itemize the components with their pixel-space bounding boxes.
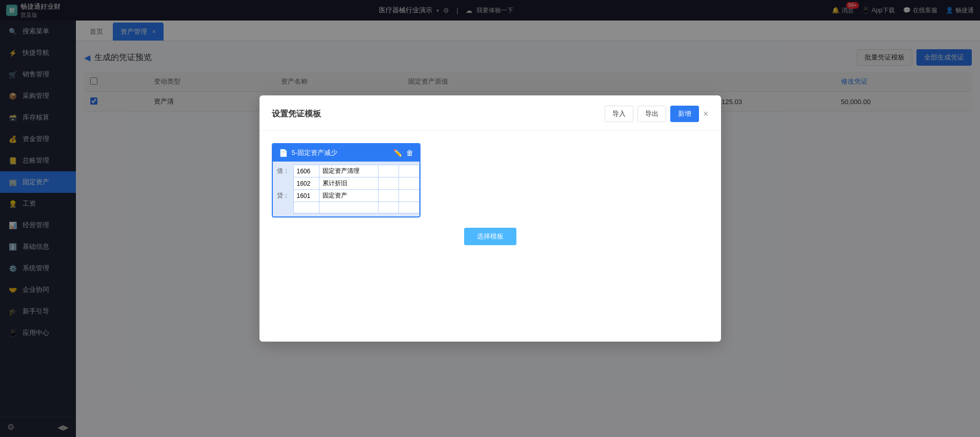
modal-actions: 导入 导出 新增: [605, 106, 699, 122]
template-card-header: 📄 5-固定资产减少 ✏️ 🗑: [273, 144, 419, 162]
template-card[interactable]: 📄 5-固定资产减少 ✏️ 🗑 借：: [272, 143, 421, 217]
voucher-template-modal: 设置凭证模板 导入 导出 新增 × 📄 5-固定资产减少: [259, 95, 721, 342]
select-template-section: 选择模板: [272, 228, 709, 245]
template-delete-icon[interactable]: 🗑: [406, 149, 413, 157]
template-entry-row-1: 借： 1606 固定资产清理: [273, 165, 419, 177]
modal-body: 📄 5-固定资产减少 ✏️ 🗑 借：: [259, 131, 721, 326]
import-btn[interactable]: 导入: [605, 106, 633, 122]
template-card-actions: ✏️ 🗑: [393, 149, 413, 157]
new-btn[interactable]: 新增: [670, 106, 699, 122]
template-card-doc-icon: 📄: [279, 149, 288, 157]
template-card-title: 5-固定资产减少: [292, 148, 338, 157]
modal-close-icon[interactable]: ×: [703, 109, 709, 118]
export-btn[interactable]: 导出: [637, 106, 666, 122]
modal-title: 设置凭证模板: [272, 109, 321, 120]
template-edit-icon[interactable]: ✏️: [393, 149, 402, 157]
template-list: 📄 5-固定资产减少 ✏️ 🗑 借：: [272, 143, 709, 217]
modal-overlay: 设置凭证模板 导入 导出 新增 × 📄 5-固定资产减少: [0, 0, 980, 437]
modal-header: 设置凭证模板 导入 导出 新增 ×: [259, 95, 721, 131]
select-template-btn[interactable]: 选择模板: [464, 228, 516, 245]
template-entry-row-3: 贷： 1601 固定资产: [273, 190, 419, 202]
template-empty-row: [273, 202, 419, 213]
template-entries-table: 借： 1606 固定资产清理 1602 累计折旧: [273, 165, 419, 213]
template-entry-row-2: 1602 累计折旧: [273, 177, 419, 190]
